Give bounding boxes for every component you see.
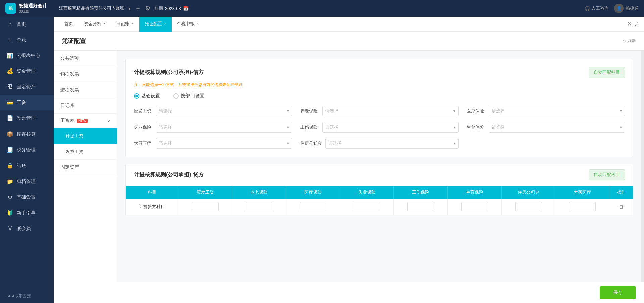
radio-dept-label: 按部门设置 bbox=[181, 93, 204, 99]
td-dale bbox=[555, 199, 609, 215]
input-gongjijin[interactable] bbox=[515, 202, 542, 211]
settings-icon: ⚙ bbox=[7, 194, 13, 200]
radio-basic[interactable]: 基础设置 bbox=[134, 93, 160, 99]
input-yiliao[interactable] bbox=[300, 202, 326, 211]
radio-dept[interactable]: 按部门设置 bbox=[173, 93, 204, 99]
close-tab-voucher[interactable]: × bbox=[164, 21, 166, 26]
expand-tab-button[interactable]: ⤢ bbox=[634, 21, 639, 27]
select-yanglao[interactable]: 请选择 ▾ bbox=[322, 106, 459, 116]
close-tab-tax[interactable]: × bbox=[197, 21, 199, 26]
left-menu-salary-calc[interactable]: 计提工资 bbox=[54, 128, 117, 144]
left-menu-public[interactable]: 公共选项 bbox=[54, 51, 117, 66]
td-gongshang bbox=[394, 199, 448, 215]
label-gongjijin: 住房公积金 bbox=[300, 140, 322, 146]
sidebar-item-tax[interactable]: 🧾 税务管理 bbox=[0, 142, 54, 158]
th-subject: 科目 bbox=[126, 186, 178, 199]
close-tab-journal[interactable]: × bbox=[131, 21, 134, 26]
td-yingfa bbox=[178, 199, 232, 215]
select-shengyu[interactable]: 请选择 ▾ bbox=[489, 122, 625, 133]
scrollbar[interactable] bbox=[641, 51, 644, 282]
company-dropdown[interactable]: ▾ bbox=[128, 6, 131, 11]
sidebar-item-assets[interactable]: 🏗 固定资产 bbox=[0, 79, 54, 95]
left-menu-salary-pay[interactable]: 发放工资 bbox=[54, 144, 117, 160]
select-yingfa[interactable]: 请选择 ▾ bbox=[156, 106, 292, 116]
sidebar-item-member[interactable]: V 畅会员 bbox=[0, 221, 54, 236]
sidebar-item-settings[interactable]: ⚙ 基础设置 bbox=[0, 189, 54, 205]
label-yingfa: 应发工资 bbox=[134, 108, 153, 114]
th-action: 操作 bbox=[609, 186, 633, 199]
main-layout: ⌂ 首页 ≡ 总账 📊 云报表中心 💰 资金管理 🏗 固定资产 💳 工资 📄 发… bbox=[0, 17, 644, 303]
sidebar-label-closing: 结账 bbox=[17, 163, 26, 169]
select-gongshang[interactable]: 请选择 ▾ bbox=[322, 122, 459, 133]
sidebar-item-closing[interactable]: 🔒 结账 bbox=[0, 158, 54, 173]
debit-auto-match-button[interactable]: 自动匹配科目 bbox=[589, 67, 625, 78]
th-dale: 大额医疗 bbox=[555, 186, 609, 199]
input-yanglao[interactable] bbox=[246, 202, 272, 211]
credit-auto-match-button[interactable]: 自动匹配科目 bbox=[589, 169, 625, 180]
ledger-icon: ≡ bbox=[7, 37, 13, 43]
sidebar-pin-toggle[interactable]: ◄◄取消固定 bbox=[0, 289, 54, 303]
credit-section: 计提核算规则(公司承担)-贷方 自动匹配科目 科目 应发工资 养老保险 bbox=[125, 164, 633, 215]
sidebar-item-fund[interactable]: 💰 资金管理 bbox=[0, 63, 54, 79]
sidebar-item-reports[interactable]: 📊 云报表中心 bbox=[0, 48, 54, 63]
inventory-icon: 📦 bbox=[7, 131, 13, 137]
input-shengyu[interactable] bbox=[461, 202, 488, 211]
select-gongjijin[interactable]: 请选择 ▾ bbox=[325, 138, 459, 149]
settings-header-button[interactable]: ⚙ bbox=[145, 5, 150, 12]
tabs-bar: 首页 资金分析 × 日记账 × 凭证配置 × 个税申报 × ✕ ⤢ bbox=[54, 17, 644, 32]
debit-form-grid: 应发工资 请选择 ▾ 养老保险 请选择 ▾ bbox=[134, 106, 625, 149]
header-center: 江西服宝精品有限责任公司内账张 ▾ ＋ ⚙ 账期 2023-03 📅 bbox=[59, 4, 585, 12]
td-yanglao bbox=[232, 199, 286, 215]
chevron-down-icon: ▾ bbox=[287, 109, 289, 113]
tab-voucher[interactable]: 凭证配置 × bbox=[139, 17, 172, 32]
left-menu-purchase[interactable]: 进项发票 bbox=[54, 82, 117, 98]
sidebar-item-ledger[interactable]: ≡ 总账 bbox=[0, 32, 54, 48]
form-item-shiye: 失业保险 请选择 ▾ bbox=[134, 122, 292, 133]
form-item-yingfa: 应发工资 请选择 ▾ bbox=[134, 106, 292, 116]
left-menu-fixed-asset[interactable]: 固定资产 bbox=[54, 160, 117, 175]
input-dale[interactable] bbox=[569, 202, 596, 211]
app-version: 旗舰版 bbox=[19, 9, 47, 14]
sidebar-item-salary[interactable]: 💳 工资 bbox=[0, 95, 54, 110]
assets-icon: 🏗 bbox=[7, 84, 13, 90]
fund-icon: 💰 bbox=[7, 68, 13, 74]
sidebar-item-invoice[interactable]: 📄 发票管理 bbox=[0, 110, 54, 126]
sidebar-item-guide[interactable]: 🔰 新手引导 bbox=[0, 205, 54, 221]
chevron-down-icon: ▾ bbox=[453, 141, 455, 146]
table-header-row: 科目 应发工资 养老保险 医疗保险 失业保险 工伤保险 生育保险 住房公积金 大 bbox=[126, 186, 633, 199]
input-shiye[interactable] bbox=[354, 202, 380, 211]
tab-journal[interactable]: 日记账 × bbox=[111, 17, 139, 32]
input-yingfa[interactable] bbox=[192, 202, 219, 211]
archive-icon: 📁 bbox=[7, 178, 13, 185]
select-dale[interactable]: 请选择 ▾ bbox=[156, 138, 292, 149]
refresh-button[interactable]: ↻ 刷新 bbox=[622, 38, 636, 44]
left-menu-journal[interactable]: 日记账 bbox=[54, 98, 117, 114]
reports-icon: 📊 bbox=[7, 52, 13, 59]
left-menu-sales[interactable]: 销项发票 bbox=[54, 66, 117, 82]
left-menu-salary-table[interactable]: 工资表 NEW ∨ bbox=[54, 114, 117, 128]
sidebar-item-inventory[interactable]: 📦 库存核算 bbox=[0, 126, 54, 142]
select-yiliao[interactable]: 请选择 ▾ bbox=[489, 106, 625, 116]
tab-home[interactable]: 首页 bbox=[59, 17, 78, 32]
table-row: 计提贷方科目 🗑 bbox=[126, 199, 633, 215]
label-shengyu: 生育保险 bbox=[467, 124, 485, 130]
sidebar-item-archive[interactable]: 📁 归档管理 bbox=[0, 173, 54, 189]
close-tab-button[interactable]: ✕ bbox=[627, 21, 632, 27]
close-tab-fund[interactable]: × bbox=[103, 21, 106, 26]
save-button[interactable]: 保存 bbox=[600, 286, 636, 299]
label-gongshang: 工伤保险 bbox=[300, 124, 319, 130]
delete-row-button[interactable]: 🗑 bbox=[619, 204, 624, 209]
add-button[interactable]: ＋ bbox=[135, 4, 141, 12]
service-button[interactable]: 🎧 人工咨询 bbox=[585, 5, 609, 11]
tab-fund[interactable]: 资金分析 × bbox=[78, 17, 111, 32]
radio-dept-circle bbox=[173, 93, 179, 99]
sidebar-item-home[interactable]: ⌂ 首页 bbox=[0, 17, 54, 32]
td-shiye bbox=[340, 199, 394, 215]
sidebar-label-reports: 云报表中心 bbox=[17, 53, 40, 59]
select-shiye[interactable]: 请选择 ▾ bbox=[156, 122, 292, 133]
user-area[interactable]: 👤 畅捷通 bbox=[614, 4, 639, 13]
logo-area: 畅 畅捷通好会计 旗舰版 bbox=[5, 3, 59, 14]
th-gongshang: 工伤保险 bbox=[394, 186, 448, 199]
tab-tax[interactable]: 个税申报 × bbox=[172, 17, 204, 32]
input-gongshang[interactable] bbox=[407, 202, 434, 211]
